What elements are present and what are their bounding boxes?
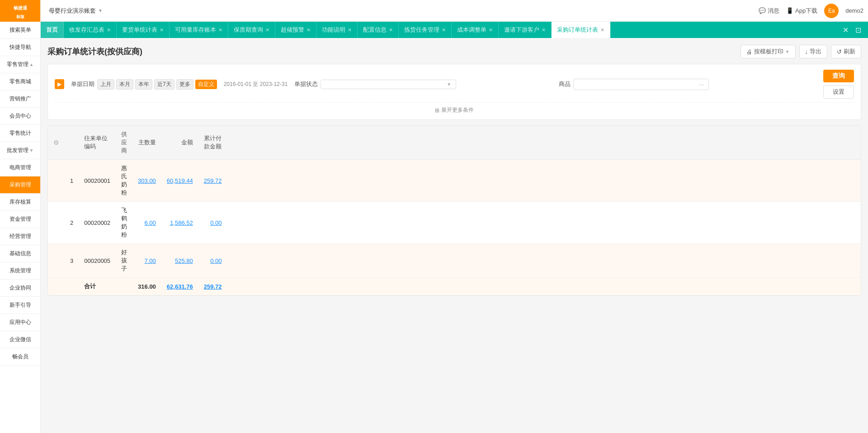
- tab-receive-summary[interactable]: 收发存汇总表 ✕: [64, 22, 117, 38]
- user-avatar[interactable]: Ea: [824, 4, 839, 18]
- message-button[interactable]: 💬 消息: [759, 7, 779, 15]
- expand-icon: ⊞: [435, 107, 439, 114]
- footer-paid-amount[interactable]: 259.72: [198, 278, 227, 295]
- sidebar-item-ecommerce[interactable]: 电商管理: [0, 159, 40, 176]
- print-icon: 🖨: [746, 48, 752, 55]
- page-title-bar: 采购订单统计表(按供应商) 🖨 按模板打印 ▼ ↓ 导出 ↺ 刷新: [47, 45, 861, 58]
- col-paid-amount: 累计付款金额: [198, 126, 227, 160]
- tab-goods-summary[interactable]: 要货单统计表 ✕: [117, 22, 170, 38]
- sidebar-item-new-guide[interactable]: 新手引导: [0, 297, 40, 314]
- tab-close-pick-task[interactable]: ✕: [442, 27, 446, 33]
- sidebar-item-wholesale-mgmt[interactable]: 批发管理 ▼: [0, 142, 40, 159]
- goods-more-button[interactable]: ···: [699, 81, 704, 88]
- date-shortcut-more[interactable]: 更多: [176, 79, 193, 90]
- sidebar-item-marketing[interactable]: 营销推广: [0, 90, 40, 108]
- tab-close-invite-downstream[interactable]: ✕: [542, 27, 546, 33]
- content-area: 采购订单统计表(按供应商) 🖨 按模板打印 ▼ ↓ 导出 ↺ 刷新: [41, 38, 868, 433]
- sidebar-item-stock-check[interactable]: 库存核算: [0, 194, 40, 211]
- page-actions: 🖨 按模板打印 ▼ ↓ 导出 ↺ 刷新: [741, 45, 861, 58]
- tab-pick-task[interactable]: 拣货任务管理 ✕: [399, 22, 452, 38]
- sidebar-item-ops-mgmt[interactable]: 经营管理: [0, 228, 40, 245]
- date-shortcut-7days[interactable]: 近7天: [154, 79, 175, 90]
- top-header: 母婴行业演示账套 ▼ 💬 消息 📱 App下载 Ea demo2: [41, 0, 868, 22]
- status-select[interactable]: ▼: [321, 80, 456, 89]
- nav-expand-button[interactable]: ⊡: [853, 25, 863, 35]
- goods-filter-group: 商品 ···: [559, 79, 816, 90]
- tab-close-stock-account[interactable]: ✕: [218, 27, 222, 33]
- svg-text:畅捷通: 畅捷通: [14, 5, 28, 10]
- goods-filter-label: 商品: [559, 80, 571, 88]
- tab-purchase-summary[interactable]: 采购订单统计表 ✕: [552, 22, 610, 38]
- sidebar-item-retail-mall[interactable]: 零售商城: [0, 73, 40, 90]
- column-settings-icon[interactable]: ⚙: [53, 139, 59, 146]
- expand-more-button[interactable]: ⊞ 展开更多条件: [435, 106, 474, 114]
- date-filter-group: 单据日期 上月 本月 本年 近7天 更多 自定义: [71, 79, 217, 90]
- print-button[interactable]: 🖨 按模板打印 ▼: [741, 45, 796, 58]
- sidebar-item-app-center[interactable]: 应用中心: [0, 314, 40, 331]
- tab-overstock-alert[interactable]: 超储预警 ✕: [275, 22, 316, 38]
- tab-warranty-query[interactable]: 保质期查询 ✕: [228, 22, 275, 38]
- table-footer-row: 合计 316.00 62,631.76 259.72: [48, 278, 861, 295]
- sidebar-item-search[interactable]: 搜索英单: [0, 22, 40, 39]
- tab-close-warranty-query[interactable]: ✕: [265, 27, 269, 33]
- tab-close-goods-summary[interactable]: ✕: [160, 27, 164, 33]
- data-table-container: ⚙ 往来单位编码 供应商 主数量 金额 累计付款金额 1 00020001: [47, 125, 861, 296]
- tab-invite-downstream[interactable]: 邀请下游客户 ✕: [499, 22, 552, 38]
- tab-function-desc[interactable]: 功能说明 ✕: [316, 22, 358, 38]
- nav-close-all-button[interactable]: ✕: [840, 25, 851, 35]
- sidebar-item-retail-mgmt[interactable]: 零售管理 ▲: [0, 56, 40, 73]
- query-btn-group: 查询 设置: [823, 70, 854, 99]
- download-icon: 📱: [786, 7, 793, 14]
- footer-amount[interactable]: 62,631.76: [161, 278, 198, 295]
- sidebar-item-retail-stats[interactable]: 零售统计: [0, 125, 40, 142]
- app-subtitle: 标版: [16, 14, 24, 20]
- refresh-button[interactable]: ↺ 刷新: [831, 45, 861, 58]
- query-button[interactable]: 查询: [823, 70, 854, 82]
- custom-date-badge[interactable]: 自定义: [195, 80, 217, 89]
- date-shortcut-this-year[interactable]: 本年: [135, 79, 152, 90]
- workspace-selector[interactable]: 母婴行业演示账套 ▼: [45, 7, 106, 15]
- tab-close-receive-summary[interactable]: ✕: [107, 27, 111, 33]
- nav-tabs: 首页 收发存汇总表 ✕ 要货单统计表 ✕ 可用量库存账本 ✕ 保质期查询 ✕ 超…: [41, 22, 868, 38]
- tab-close-config-info[interactable]: ✕: [389, 27, 393, 33]
- export-button[interactable]: ↓ 导出: [799, 45, 828, 58]
- sidebar-item-enterprise-collab[interactable]: 企业协同: [0, 280, 40, 297]
- status-filter-group: 单据状态 ▼: [294, 80, 552, 89]
- tab-home[interactable]: 首页: [41, 22, 64, 38]
- goods-input[interactable]: ···: [573, 79, 709, 90]
- app-logo: 畅捷通 标版: [0, 0, 40, 22]
- user-name-label[interactable]: demo2: [845, 7, 863, 14]
- col-supplier-code: 往来单位编码: [79, 126, 116, 160]
- expand-more-area: ⊞ 展开更多条件: [55, 102, 854, 114]
- export-icon: ↓: [805, 48, 808, 55]
- tab-close-overstock-alert[interactable]: ✕: [307, 27, 311, 33]
- date-shortcut-last-month[interactable]: 上月: [97, 79, 114, 90]
- sidebar-item-capital-mgmt[interactable]: 资金管理: [0, 211, 40, 228]
- sidebar-item-basic-info[interactable]: 基础信息: [0, 245, 40, 262]
- col-amount: 金额: [161, 126, 198, 160]
- sidebar-item-enterprise-wechat[interactable]: 企业微信: [0, 331, 40, 348]
- date-shortcut-this-month[interactable]: 本月: [116, 79, 133, 90]
- sidebar-item-vip-member[interactable]: 畅会员: [0, 348, 40, 366]
- sidebar-item-member-center[interactable]: 会员中心: [0, 108, 40, 125]
- filter-toggle-button[interactable]: ▶: [55, 79, 64, 89]
- app-download-button[interactable]: 📱 App下载: [786, 7, 817, 15]
- date-shortcuts: 上月 本月 本年 近7天 更多 自定义: [97, 79, 217, 90]
- col-index: [65, 126, 79, 160]
- tab-close-cost-adjust[interactable]: ✕: [489, 27, 493, 33]
- message-icon: 💬: [759, 7, 766, 14]
- tab-close-function-desc[interactable]: ✕: [348, 27, 352, 33]
- date-filter-label: 单据日期: [71, 80, 94, 88]
- sidebar-item-quick-nav[interactable]: 快捷导航: [0, 39, 40, 56]
- filter-area: ▶ 单据日期 上月 本月 本年 近7天 更多 自定义 2016-01-01 至: [47, 64, 861, 120]
- tab-close-purchase-summary[interactable]: ✕: [600, 27, 604, 33]
- workspace-arrow: ▼: [98, 8, 103, 13]
- setting-button[interactable]: 设置: [823, 85, 854, 99]
- tab-stock-account[interactable]: 可用量库存账本 ✕: [170, 22, 228, 38]
- sidebar-item-purchase-mgmt[interactable]: 采购管理: [0, 176, 40, 194]
- sidebar-item-sys-mgmt[interactable]: 系统管理: [0, 262, 40, 280]
- table-header-row: ⚙ 往来单位编码 供应商 主数量 金额 累计付款金额: [48, 126, 861, 160]
- tab-config-info[interactable]: 配置信息 ✕: [358, 22, 399, 38]
- nav-tabs-end: ✕ ⊡: [836, 25, 868, 35]
- tab-cost-adjust[interactable]: 成本调整单 ✕: [452, 22, 499, 38]
